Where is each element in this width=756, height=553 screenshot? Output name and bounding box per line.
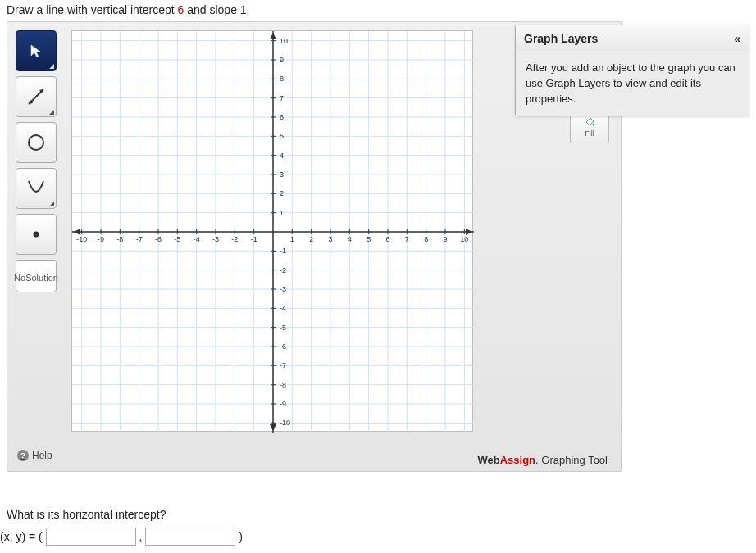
svg-text:7: 7 bbox=[280, 94, 284, 102]
answer-x-input[interactable] bbox=[46, 528, 136, 546]
svg-marker-52 bbox=[270, 424, 276, 431]
svg-text:-7: -7 bbox=[136, 235, 143, 243]
svg-text:6: 6 bbox=[280, 113, 284, 121]
svg-text:-1: -1 bbox=[280, 247, 286, 255]
parabola-tool-button[interactable] bbox=[16, 168, 57, 209]
line-tool-button[interactable] bbox=[16, 76, 57, 117]
svg-text:3: 3 bbox=[328, 235, 332, 243]
answer-row: (x, y) = ( , ) bbox=[0, 528, 756, 546]
svg-text:2: 2 bbox=[280, 189, 284, 197]
svg-text:-2: -2 bbox=[231, 235, 238, 243]
svg-text:3: 3 bbox=[280, 170, 284, 179]
svg-text:-4: -4 bbox=[194, 235, 200, 243]
svg-text:6: 6 bbox=[385, 235, 389, 243]
no-solution-label-1: No bbox=[14, 273, 25, 283]
svg-text:-10: -10 bbox=[280, 419, 290, 427]
no-solution-label-2: Solution bbox=[25, 273, 58, 283]
answer-rparen: ) bbox=[239, 530, 243, 543]
svg-text:9: 9 bbox=[280, 56, 284, 64]
svg-text:-8: -8 bbox=[280, 381, 286, 389]
svg-text:-6: -6 bbox=[280, 342, 286, 351]
brand-web: Web bbox=[478, 454, 500, 466]
svg-text:-2: -2 bbox=[280, 266, 286, 274]
graph-layers-panel: Graph Layers « After you add an object t… bbox=[515, 25, 749, 116]
brand-tail: . Graphing Tool bbox=[535, 454, 608, 466]
svg-text:-9: -9 bbox=[98, 235, 104, 243]
svg-point-4 bbox=[34, 232, 39, 238]
svg-text:4: 4 bbox=[280, 152, 284, 160]
svg-marker-50 bbox=[74, 229, 80, 235]
cursor-icon bbox=[29, 43, 43, 58]
line-icon bbox=[25, 86, 47, 107]
svg-text:-8: -8 bbox=[116, 235, 123, 243]
svg-marker-49 bbox=[466, 229, 472, 235]
svg-text:10: 10 bbox=[280, 37, 288, 45]
fill-icon bbox=[583, 115, 596, 128]
svg-text:-3: -3 bbox=[280, 285, 286, 293]
svg-text:-7: -7 bbox=[280, 361, 286, 369]
svg-text:1: 1 bbox=[280, 209, 284, 217]
svg-text:-3: -3 bbox=[212, 235, 219, 243]
svg-text:8: 8 bbox=[280, 75, 284, 83]
svg-text:-9: -9 bbox=[280, 400, 286, 408]
svg-text:5: 5 bbox=[367, 235, 371, 243]
fill-label: Fill bbox=[585, 129, 594, 138]
svg-text:4: 4 bbox=[348, 235, 352, 243]
grid-svg: -10-9-8-7-6-5-4-3-2-112345678910-10-9-8-… bbox=[72, 31, 474, 433]
answer-lhs: (x, y) = ( bbox=[0, 530, 43, 543]
svg-text:5: 5 bbox=[280, 132, 284, 140]
graph-layers-title: Graph Layers bbox=[524, 32, 598, 45]
svg-text:-1: -1 bbox=[251, 235, 257, 243]
answer-comma: , bbox=[139, 530, 146, 543]
help-label: Help bbox=[32, 450, 52, 461]
point-tool-button[interactable] bbox=[16, 214, 57, 255]
svg-text:1: 1 bbox=[290, 235, 294, 243]
circle-tool-button[interactable] bbox=[16, 122, 57, 163]
help-link[interactable]: ? Help bbox=[17, 450, 52, 461]
parabola-icon bbox=[25, 178, 47, 199]
svg-text:-5: -5 bbox=[280, 324, 286, 332]
svg-point-3 bbox=[29, 135, 43, 150]
prompt-post: and slope 1. bbox=[184, 3, 249, 16]
svg-marker-51 bbox=[270, 33, 276, 39]
brand-assign: Assign bbox=[500, 454, 535, 466]
svg-text:2: 2 bbox=[309, 235, 313, 243]
horizontal-intercept-question: What is its horizontal intercept? bbox=[0, 505, 756, 524]
svg-text:9: 9 bbox=[443, 235, 447, 243]
pointer-tool-button[interactable] bbox=[16, 30, 57, 71]
svg-text:-10: -10 bbox=[76, 235, 87, 243]
graph-canvas[interactable]: -10-9-8-7-6-5-4-3-2-112345678910-10-9-8-… bbox=[71, 30, 473, 432]
help-icon: ? bbox=[17, 450, 29, 461]
answer-y-input[interactable] bbox=[145, 528, 235, 546]
svg-point-139 bbox=[593, 124, 595, 126]
svg-text:-4: -4 bbox=[280, 304, 286, 312]
point-icon bbox=[28, 226, 44, 243]
svg-text:8: 8 bbox=[424, 235, 428, 243]
svg-text:7: 7 bbox=[405, 235, 409, 243]
svg-text:-6: -6 bbox=[155, 235, 162, 243]
graph-layers-header[interactable]: Graph Layers « bbox=[516, 25, 749, 52]
graph-layers-body: After you add an object to the graph you… bbox=[516, 52, 749, 116]
prompt-pre: Draw a line with vertical intercept bbox=[7, 3, 178, 16]
circle-icon bbox=[26, 133, 46, 152]
svg-text:-5: -5 bbox=[174, 235, 180, 243]
no-solution-button[interactable]: No Solution bbox=[16, 260, 57, 292]
footer-brand: WebAssign. Graphing Tool bbox=[478, 454, 608, 466]
tool-palette: No Solution bbox=[16, 30, 60, 292]
collapse-icon[interactable]: « bbox=[734, 32, 740, 45]
question-prompt: Draw a line with vertical intercept 6 an… bbox=[0, 0, 756, 20]
svg-text:10: 10 bbox=[460, 235, 468, 243]
